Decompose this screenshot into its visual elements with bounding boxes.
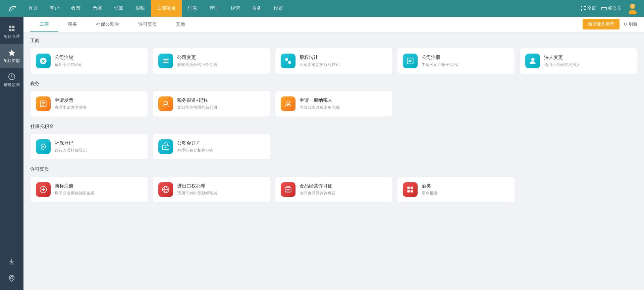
refresh-button[interactable]: ↻ 刷新 (624, 21, 637, 27)
svg-point-14 (288, 61, 291, 64)
tab-税务[interactable]: 税务 (58, 17, 87, 32)
card-info: 酒类 零售批发 (422, 183, 509, 196)
card-title: 商标注册 (55, 183, 142, 189)
card-cancel-company[interactable]: 公司注销 适用于注销公司 (30, 48, 148, 74)
sidebar-item-label: 进度监测 (4, 82, 20, 88)
svg-rect-6 (9, 26, 11, 28)
card-apply-invoice[interactable]: 申请发票 办理申请发票业务 (30, 91, 148, 117)
content-scroll[interactable]: 工商 公司注销 适用于注销公司 公司变更 股权变更外的业务变更 股权转让 公 (23, 32, 644, 290)
content-area: 工商税务社保公积金许可资质其他 新增业务类型 ↻ 刷新 工商 公司注销 适用于注… (23, 17, 644, 290)
nav-item-服务[interactable]: 服务 (246, 0, 268, 17)
card-info: 公司注销 适用于注销公司 (55, 55, 142, 68)
sidebar-item-progress-monitor[interactable]: 进度监测 (0, 68, 23, 92)
card-info: 进出口权办理 适用于对外贸易经营者 (177, 183, 265, 196)
card-change-company[interactable]: 公司变更 股权变更外的业务变更 (153, 48, 270, 74)
card-equity-transfer[interactable]: 股权转让 公司变更需要股权转让 (275, 48, 393, 74)
tab-工商[interactable]: 工商 (30, 17, 58, 32)
card-info: 社保登记 进行人员社保登记 (55, 140, 142, 153)
nav-item-设置[interactable]: 设置 (268, 0, 289, 17)
card-title: 申请发票 (55, 97, 142, 103)
sidebar-download[interactable] (8, 253, 15, 270)
card-food-license[interactable]: 食品经营许可证 办理食品经营许可证 (275, 176, 393, 203)
svg-marker-10 (8, 50, 15, 56)
card-desc: 拿到营业执照的新公司 (177, 105, 265, 111)
card-title: 公司注册 (422, 55, 509, 61)
section-税务: 税务 申请发票 办理申请发票业务 税务报道+记账 拿到营业执照的新公司 申请一般… (30, 81, 637, 117)
card-desc: 适用于对外贸易经营者 (177, 191, 265, 196)
nav-item-消息[interactable]: 消息 (182, 0, 203, 17)
card-import-export[interactable]: 进出口权办理 适用于对外贸易经营者 (153, 176, 270, 203)
card-icon (281, 96, 296, 111)
fullscreen-button[interactable]: 全屏 (581, 5, 596, 11)
svg-rect-26 (411, 187, 413, 189)
cards-grid: 社保登记 进行人员社保登记 公积金开户 办理公积金相关业务 (30, 134, 637, 160)
left-sidebar: 项目管理 项目类型 进度监测 (0, 17, 23, 290)
tabs-bar: 工商税务社保公积金许可资质其他 新增业务类型 ↻ 刷新 (23, 17, 644, 32)
card-title: 食品经营许可证 (300, 183, 387, 189)
card-info: 公司变更 股权变更外的业务变更 (177, 55, 265, 68)
card-title: 公积金开户 (177, 140, 265, 146)
card-desc: 适用于注销公司 (55, 62, 142, 68)
svg-point-19 (286, 101, 289, 104)
nav-item-管理[interactable]: 管理 (203, 0, 225, 17)
svg-point-21 (165, 147, 166, 148)
card-title: 申请一般纳税人 (300, 97, 387, 103)
cards-grid: 公司注销 适用于注销公司 公司变更 股权变更外的业务变更 股权转让 公司变更需要… (30, 48, 637, 74)
section-title: 许可资质 (30, 166, 637, 172)
card-icon (36, 54, 51, 68)
card-change-legal-person[interactable]: 法人变更 适用于公司变更法人 (520, 48, 637, 74)
card-title: 公司注销 (55, 55, 142, 61)
card-desc: 公司变更需要股权转让 (300, 62, 387, 68)
nav-item-票据[interactable]: 票据 (87, 0, 108, 17)
main-layout: 项目管理 项目类型 进度监测 (0, 17, 644, 290)
tabs-left: 工商税务社保公积金许可资质其他 (30, 17, 195, 32)
card-info: 申请一般纳税人 当月或次月成变更完成 (300, 97, 387, 111)
sidebar-item-label: 项目类型 (4, 58, 20, 64)
tab-社保公积金[interactable]: 社保公积金 (87, 17, 129, 32)
tabs-right: 新增业务类型 ↻ 刷新 (583, 19, 637, 32)
svg-rect-7 (12, 26, 14, 28)
card-register-company[interactable]: 公司注册 申请公司注册全流程 (397, 48, 515, 74)
nav-item-收费[interactable]: 收费 (65, 0, 87, 17)
add-type-button[interactable]: 新增业务类型 (583, 19, 620, 29)
card-apply-taxpayer[interactable]: 申请一般纳税人 当月或次月成变更完成 (275, 91, 393, 117)
card-info: 税务报道+记账 拿到营业执照的新公司 (177, 97, 265, 111)
nav-item-记账[interactable]: 记账 (108, 0, 129, 17)
cards-grid: 申请发票 办理申请发票业务 税务报道+记账 拿到营业执照的新公司 申请一般纳税人… (30, 91, 637, 117)
card-desc: 进行人员社保登记 (55, 148, 142, 153)
nav-item-报税[interactable]: 报税 (129, 0, 151, 17)
svg-point-16 (531, 58, 534, 61)
nav-item-工商项目[interactable]: 工商项目 (151, 0, 182, 17)
nav-item-首页[interactable]: 首页 (22, 0, 44, 17)
card-icon (158, 182, 173, 197)
card-icon (36, 96, 51, 111)
svg-rect-25 (408, 187, 410, 189)
card-info: 申请发票 办理申请发票业务 (55, 97, 142, 111)
tab-其他[interactable]: 其他 (166, 17, 195, 32)
sidebar-item-project-management[interactable]: 项目管理 (0, 20, 23, 44)
section-许可资质: 许可资质 商标注册 用于企业商标注册服务 进出口权办理 适用于对外贸易经营者 食… (30, 166, 637, 203)
card-info: 股权转让 公司变更需要股权转让 (300, 55, 387, 68)
svg-point-4 (631, 5, 632, 6)
sidebar-item-label: 项目管理 (4, 34, 20, 40)
card-trademark[interactable]: 商标注册 用于企业商标注册服务 (30, 176, 148, 203)
avatar[interactable] (627, 2, 639, 14)
section-title: 社保公积金 (30, 124, 637, 130)
card-provident-fund[interactable]: 公积金开户 办理公积金相关业务 (153, 134, 270, 160)
cards-grid: 商标注册 用于企业商标注册服务 进出口权办理 适用于对外贸易经营者 食品经营许可… (30, 176, 637, 203)
sidebar-item-project-type[interactable]: 项目类型 (0, 44, 23, 68)
card-icon (281, 182, 296, 197)
nav-item-经营[interactable]: 经营 (225, 0, 246, 17)
app-logo[interactable] (5, 1, 19, 15)
card-info: 商标注册 用于企业商标注册服务 (55, 183, 142, 196)
card-icon (403, 54, 418, 68)
card-liquor[interactable]: 酒类 零售批发 (397, 176, 515, 203)
card-info: 食品经营许可证 办理食品经营许可证 (300, 183, 387, 196)
sidebar-location[interactable] (8, 270, 15, 287)
card-social-insurance[interactable]: 社保登记 进行人员社保登记 (30, 134, 148, 160)
vip-button[interactable]: 畅会员 (601, 5, 621, 11)
nav-item-客户[interactable]: 客户 (44, 0, 65, 17)
card-desc: 办理食品经营许可证 (300, 191, 387, 196)
card-tax-report[interactable]: 税务报道+记账 拿到营业执照的新公司 (153, 91, 270, 117)
tab-许可资质[interactable]: 许可资质 (129, 17, 166, 32)
